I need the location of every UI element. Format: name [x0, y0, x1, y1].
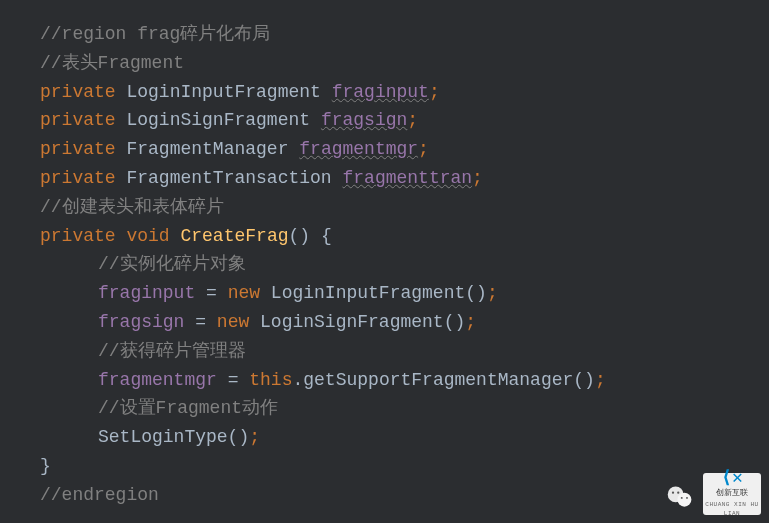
semicolon: ; [418, 139, 429, 159]
code-line-8: private void CreateFrag() { [40, 222, 729, 251]
method-call: getSupportFragmentManager() [303, 370, 595, 390]
svg-point-4 [681, 497, 683, 499]
code-line-13: fragmentmgr = this.getSupportFragmentMan… [40, 366, 729, 395]
code-editor: //region frag碎片化布局 //表头Fragment private … [40, 20, 729, 510]
keyword-this: this [249, 370, 292, 390]
code-line-10: fraginput = new LoginInputFragment(); [40, 279, 729, 308]
comment: //创建表头和表体碎片 [40, 197, 224, 217]
keyword-private: private [40, 139, 116, 159]
svg-point-1 [677, 493, 691, 507]
semicolon: ; [429, 82, 440, 102]
code-line-14: //设置Fragment动作 [40, 394, 729, 423]
code-line-16: } [40, 452, 729, 481]
svg-point-2 [672, 491, 674, 493]
code-line-9: //实例化碎片对象 [40, 250, 729, 279]
logo-text: 创新互联 [703, 487, 761, 500]
field-fraginput: fraginput [332, 82, 429, 102]
semicolon: ; [487, 283, 498, 303]
field-fragmentmgr: fragmentmgr [299, 139, 418, 159]
watermark-logo: ⟨✕ 创新互联 CHUANG XIN HU LIAN [703, 473, 761, 515]
comment: //endregion [40, 485, 159, 505]
code-line-5: private FragmentManager fragmentmgr; [40, 135, 729, 164]
constructor: LoginInputFragment() [260, 283, 487, 303]
code-line-7: //创建表头和表体碎片 [40, 193, 729, 222]
keyword-void: void [126, 226, 169, 246]
keyword-private: private [40, 110, 116, 130]
svg-point-5 [686, 497, 688, 499]
code-line-3: private LoginInputFragment fraginput; [40, 78, 729, 107]
parens: () [289, 226, 311, 246]
wechat-icon [666, 483, 694, 511]
method-createfrag: CreateFrag [180, 226, 288, 246]
type: FragmentTransaction [126, 168, 331, 188]
brace-open: { [310, 226, 332, 246]
field-fragmenttran: fragmenttran [342, 168, 472, 188]
field-fragsign: fragsign [321, 110, 407, 130]
keyword-new: new [228, 283, 260, 303]
field-fraginput: fraginput [98, 283, 195, 303]
logo-subtext: CHUANG XIN HU LIAN [703, 500, 761, 519]
code-line-6: private FragmentTransaction fragmenttran… [40, 164, 729, 193]
field-fragsign: fragsign [98, 312, 184, 332]
semicolon: ; [472, 168, 483, 188]
code-line-1: //region frag碎片化布局 [40, 20, 729, 49]
type: LoginInputFragment [126, 82, 320, 102]
code-line-12: //获得碎片管理器 [40, 337, 729, 366]
type: LoginSignFragment [126, 110, 310, 130]
code-line-2: //表头Fragment [40, 49, 729, 78]
method-call: SetLoginType() [98, 427, 249, 447]
semicolon: ; [249, 427, 260, 447]
keyword-private: private [40, 226, 116, 246]
semicolon: ; [407, 110, 418, 130]
code-line-17: //endregion [40, 481, 729, 510]
constructor: LoginSignFragment() [249, 312, 465, 332]
logo-mark-icon: ⟨✕ [703, 469, 761, 487]
code-line-15: SetLoginType(); [40, 423, 729, 452]
code-line-4: private LoginSignFragment fragsign; [40, 106, 729, 135]
semicolon: ; [465, 312, 476, 332]
comment: //实例化碎片对象 [98, 254, 246, 274]
type: FragmentManager [126, 139, 288, 159]
comment: //获得碎片管理器 [98, 341, 246, 361]
keyword-private: private [40, 82, 116, 102]
svg-point-3 [677, 491, 679, 493]
keyword-new: new [217, 312, 249, 332]
comment: //region frag碎片化布局 [40, 24, 270, 44]
brace-close: } [40, 456, 51, 476]
semicolon: ; [595, 370, 606, 390]
keyword-private: private [40, 168, 116, 188]
code-line-11: fragsign = new LoginSignFragment(); [40, 308, 729, 337]
comment: //设置Fragment动作 [98, 398, 278, 418]
comment: //表头Fragment [40, 53, 184, 73]
field-fragmentmgr: fragmentmgr [98, 370, 217, 390]
